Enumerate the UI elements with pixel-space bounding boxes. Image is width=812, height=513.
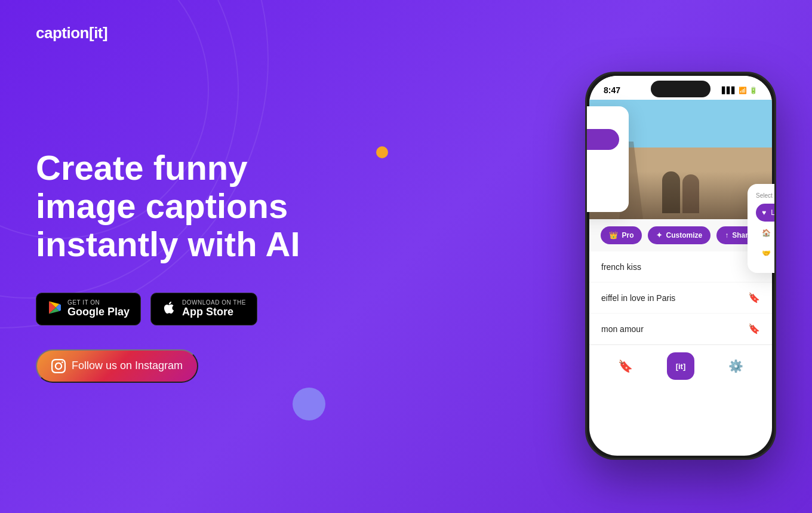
phone-area: 8:47 ▋▋▋ 📶 🔋 <box>346 57 776 475</box>
battery-icon: 🔋 <box>749 87 758 94</box>
rel-friends-icon: 🤝 <box>762 249 771 257</box>
apple-icon <box>162 300 176 318</box>
customize-label: Customize <box>666 231 702 239</box>
page-content: caption[it] Create funny image captions … <box>0 0 812 513</box>
logo-bracket-close: ] <box>103 24 107 42</box>
app-store-sub: Download on the <box>182 299 246 306</box>
rel-lovers[interactable]: ♥ Lovers <box>756 204 776 222</box>
tone-deep[interactable]: 🧠 Deep <box>585 153 619 174</box>
bookmark-icon-2[interactable]: 🔖 <box>748 292 760 303</box>
phone-tab-bar: 🔖 [it] ⚙️ <box>589 345 772 392</box>
rel-family-label: Family <box>776 229 776 237</box>
google-play-name: Google Play <box>67 306 130 319</box>
rel-lovers-label: Lovers <box>771 208 776 217</box>
main-area: Create funny image captions instantly wi… <box>36 42 776 489</box>
people-silhouettes <box>662 171 699 213</box>
wifi-icon: 📶 <box>739 87 747 94</box>
phone-notch <box>651 81 710 97</box>
logo: caption[it] <box>36 24 776 42</box>
bookmark-icon-3[interactable]: 🔖 <box>748 323 760 334</box>
signal-icon: ▋▋▋ <box>722 87 736 94</box>
caption-text-2: eiffel in love in Paris <box>601 293 675 303</box>
left-content: Create funny image captions instantly wi… <box>36 149 346 383</box>
rel-friends[interactable]: 🤝 Friends <box>756 244 776 262</box>
rel-lovers-icon: ♥ <box>762 208 766 217</box>
google-play-button[interactable]: GET IT ON Google Play <box>36 293 141 325</box>
app-store-button[interactable]: Download on the App Store <box>150 293 257 325</box>
tone-label: Select Tone: <box>585 116 619 123</box>
app-store-text: Download on the App Store <box>182 299 246 319</box>
instagram-icon <box>51 359 66 373</box>
pro-button[interactable]: 👑 Pro <box>601 226 642 244</box>
phone-action-buttons: 👑 Pro ✦ Customize ↑ Share <box>589 219 772 251</box>
logo-it: it <box>94 24 103 42</box>
relationship-label: Select Relationship: <box>756 192 776 199</box>
tone-cute[interactable]: 🐻 Cute <box>585 178 619 199</box>
store-buttons: GET IT ON Google Play Download on the Ap… <box>36 293 346 325</box>
customize-button[interactable]: ✦ Customize <box>648 226 710 244</box>
instagram-button[interactable]: Follow us on Instagram <box>36 349 198 383</box>
caption-item-2: eiffel in love in Paris 🔖 <box>589 282 772 314</box>
logo-bracket-open: [ <box>89 24 94 42</box>
relationship-card: Select Relationship: ♥ Lovers 🏠 Family 🤝… <box>748 184 776 273</box>
customize-icon: ✦ <box>656 231 662 239</box>
share-icon: ↑ <box>725 231 728 239</box>
home-tab-button[interactable]: [it] <box>667 352 694 380</box>
google-play-icon <box>47 300 61 318</box>
rel-family-icon: 🏠 <box>762 229 771 237</box>
instagram-label: Follow us on Instagram <box>72 360 183 372</box>
phone-mockup: 8:47 ▋▋▋ 📶 🔋 <box>585 72 776 460</box>
caption-item-3: mon amour 🔖 <box>589 314 772 345</box>
hero-title: Create funny image captions instantly wi… <box>36 149 346 263</box>
phone-status-icons: ▋▋▋ 📶 🔋 <box>722 87 758 94</box>
app-store-name: App Store <box>182 306 246 319</box>
logo-text: caption <box>36 24 89 42</box>
pro-label: Pro <box>622 231 633 239</box>
rel-family[interactable]: 🏠 Family <box>756 224 776 242</box>
caption-text-3: mon amour <box>601 324 644 334</box>
rel-friends-label: Friends <box>776 249 776 257</box>
captions-list: french kiss 🔖 eiffel in love in Paris 🔖 … <box>589 251 772 345</box>
caption-text-1: french kiss <box>601 262 641 272</box>
pro-icon: 👑 <box>609 231 618 239</box>
google-play-text: GET IT ON Google Play <box>67 299 130 319</box>
home-tab-label: [it] <box>676 362 686 371</box>
tone-witty[interactable]: 😏 Witty <box>585 129 619 150</box>
phone-time: 8:47 <box>604 85 620 95</box>
tone-card: Select Tone: 😏 Witty 🧠 Deep 🐻 Cute <box>585 106 629 212</box>
settings-tab-icon[interactable]: ⚙️ <box>728 359 743 373</box>
google-play-sub: GET IT ON <box>67 299 130 306</box>
bookmark-tab-icon[interactable]: 🔖 <box>618 359 633 373</box>
caption-item-1: french kiss 🔖 <box>589 251 772 282</box>
